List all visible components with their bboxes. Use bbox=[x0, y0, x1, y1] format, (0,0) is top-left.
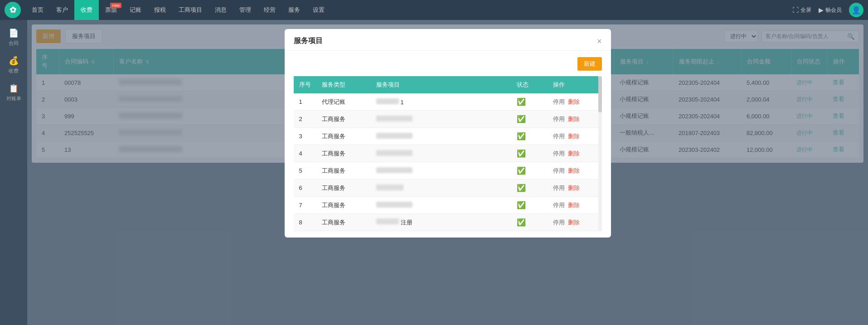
sidebar-item-contract[interactable]: 📄 合同 bbox=[1, 24, 26, 50]
delete-link[interactable]: 删除 bbox=[568, 98, 580, 105]
stop-link[interactable]: 停用 bbox=[553, 219, 565, 226]
modal-table-row: 2 工商服务 ✅ 停用 删除 bbox=[294, 111, 602, 128]
delete-link[interactable]: 删除 bbox=[568, 184, 580, 191]
modal-cell-item bbox=[371, 162, 511, 179]
sidebar-item-fee[interactable]: 💰 收费 bbox=[1, 52, 26, 78]
top-navigation: ✿ 首页 客户 收费 票据 new 记账 报税 工商项目 消息 管理 经营 服务… bbox=[0, 0, 868, 20]
modal-cell-item: 注册 bbox=[371, 214, 511, 231]
stop-link[interactable]: 停用 bbox=[553, 150, 565, 157]
modal-cell-action[interactable]: 停用 删除 bbox=[548, 214, 602, 231]
modal-table-row: 8 工商服务 注册 ✅ 停用 删除 bbox=[294, 214, 602, 231]
modal-cell-status: ✅ bbox=[511, 197, 548, 214]
modal-title: 服务项目 bbox=[294, 36, 323, 46]
stop-link[interactable]: 停用 bbox=[553, 184, 565, 191]
nav-industrial[interactable]: 工商项目 bbox=[172, 0, 209, 20]
stop-link[interactable]: 停用 bbox=[553, 202, 565, 209]
modal-cell-status: ✅ bbox=[511, 93, 548, 111]
modal-new-button[interactable]: 新建 bbox=[577, 57, 602, 71]
sidebar-item-statement[interactable]: 📋 对账单 bbox=[1, 80, 26, 106]
content-area: 新增 服务项目 进行中 🔍 序号 合同编码 ⇅ bbox=[27, 20, 868, 325]
sidebar-label-contract: 合同 bbox=[9, 40, 19, 47]
modal-close-button[interactable]: × bbox=[597, 37, 602, 45]
sidebar-label-statement: 对账单 bbox=[6, 95, 21, 102]
modal-cell-type: 工商服务 bbox=[316, 128, 371, 145]
nav-fee[interactable]: 收费 bbox=[74, 0, 99, 20]
modal-cell-action[interactable]: 停用 删除 bbox=[548, 128, 602, 145]
member-btn[interactable]: ▶ 畅会员 bbox=[819, 6, 842, 14]
modal-cell-type: 代理记账 bbox=[316, 93, 371, 111]
video-icon: ▶ bbox=[819, 6, 824, 14]
delete-link[interactable]: 删除 bbox=[568, 116, 580, 122]
nav-message[interactable]: 消息 bbox=[209, 0, 233, 20]
modal-cell-type: 工商服务 bbox=[316, 197, 371, 214]
modal-cell-item: 1 bbox=[371, 93, 511, 111]
fullscreen-btn[interactable]: ⛶ 全屏 bbox=[792, 6, 811, 14]
stop-link[interactable]: 停用 bbox=[553, 133, 565, 140]
modal-cell-seq: 8 bbox=[294, 214, 316, 231]
user-avatar[interactable]: 👤 bbox=[849, 3, 863, 17]
nav-operation[interactable]: 经营 bbox=[257, 0, 282, 20]
modal-cell-status: ✅ bbox=[511, 145, 548, 162]
scrollbar-thumb[interactable] bbox=[598, 76, 602, 112]
modal-cell-status: ✅ bbox=[511, 179, 548, 197]
nav-service[interactable]: 服务 bbox=[282, 0, 306, 20]
modal-cell-action[interactable]: 停用 删除 bbox=[548, 145, 602, 162]
modal-cell-item bbox=[371, 111, 511, 128]
left-sidebar: 📄 合同 💰 收费 📋 对账单 bbox=[0, 20, 27, 325]
modal-body: 新建 序号 服务类型 服务项目 状态 操作 bbox=[285, 51, 611, 238]
modal-backdrop: 服务项目 × 新建 序号 服务类型 服务项目 bbox=[27, 20, 868, 325]
delete-link[interactable]: 删除 bbox=[568, 150, 580, 157]
scrollbar-track[interactable] bbox=[598, 76, 602, 231]
delete-link[interactable]: 删除 bbox=[568, 219, 580, 226]
nav-management[interactable]: 管理 bbox=[233, 0, 257, 20]
modal-table-row: 6 工商服务 ✅ 停用 删除 bbox=[294, 179, 602, 197]
delete-link[interactable]: 删除 bbox=[568, 202, 580, 209]
modal-cell-seq: 7 bbox=[294, 197, 316, 214]
stop-link[interactable]: 停用 bbox=[553, 116, 565, 122]
statement-icon: 📋 bbox=[9, 83, 19, 93]
service-items-table: 序号 服务类型 服务项目 状态 操作 1 代理记账 1 ✅ 停用 bbox=[294, 76, 602, 231]
modal-cell-action[interactable]: 停用 删除 bbox=[548, 162, 602, 179]
modal-cell-item bbox=[371, 145, 511, 162]
modal-header: 服务项目 × bbox=[285, 29, 611, 51]
nav-tax[interactable]: 报税 bbox=[148, 0, 172, 20]
nav-invoice[interactable]: 票据 new bbox=[99, 0, 123, 20]
modal-col-action: 操作 bbox=[548, 76, 602, 93]
modal-cell-seq: 5 bbox=[294, 162, 316, 179]
modal-cell-seq: 3 bbox=[294, 128, 316, 145]
modal-cell-action[interactable]: 停用 删除 bbox=[548, 197, 602, 214]
modal-cell-seq: 4 bbox=[294, 145, 316, 162]
modal-table-row: 7 工商服务 ✅ 停用 删除 bbox=[294, 197, 602, 214]
stop-link[interactable]: 停用 bbox=[553, 167, 565, 174]
modal-col-item: 服务项目 bbox=[371, 76, 511, 93]
modal-cell-type: 工商服务 bbox=[316, 179, 371, 197]
new-badge: new bbox=[110, 3, 121, 8]
modal-cell-status: ✅ bbox=[511, 111, 548, 128]
nav-customer[interactable]: 客户 bbox=[50, 0, 74, 20]
stop-link[interactable]: 停用 bbox=[553, 98, 565, 105]
service-items-modal: 服务项目 × 新建 序号 服务类型 服务项目 bbox=[285, 29, 611, 238]
modal-cell-type: 工商服务 bbox=[316, 145, 371, 162]
delete-link[interactable]: 删除 bbox=[568, 167, 580, 174]
modal-cell-action[interactable]: 停用 删除 bbox=[548, 111, 602, 128]
modal-cell-action[interactable]: 停用 删除 bbox=[548, 179, 602, 197]
modal-table-row: 5 工商服务 ✅ 停用 删除 bbox=[294, 162, 602, 179]
modal-table-row: 1 代理记账 1 ✅ 停用 删除 bbox=[294, 93, 602, 111]
modal-cell-seq: 2 bbox=[294, 111, 316, 128]
modal-cell-seq: 1 bbox=[294, 93, 316, 111]
modal-table-header: 序号 服务类型 服务项目 状态 操作 bbox=[294, 76, 602, 93]
sidebar-label-fee: 收费 bbox=[9, 68, 19, 74]
modal-cell-type: 工商服务 bbox=[316, 162, 371, 179]
modal-cell-item bbox=[371, 197, 511, 214]
modal-cell-type: 工商服务 bbox=[316, 214, 371, 231]
nav-bookkeeping[interactable]: 记账 bbox=[123, 0, 148, 20]
modal-cell-item bbox=[371, 128, 511, 145]
modal-cell-status: ✅ bbox=[511, 214, 548, 231]
modal-col-type: 服务类型 bbox=[316, 76, 371, 93]
modal-cell-action[interactable]: 停用 删除 bbox=[548, 93, 602, 111]
modal-table-row: 4 工商服务 ✅ 停用 删除 bbox=[294, 145, 602, 162]
nav-home[interactable]: 首页 bbox=[25, 0, 50, 20]
modal-col-seq: 序号 bbox=[294, 76, 316, 93]
nav-settings[interactable]: 设置 bbox=[306, 0, 331, 20]
delete-link[interactable]: 删除 bbox=[568, 133, 580, 140]
